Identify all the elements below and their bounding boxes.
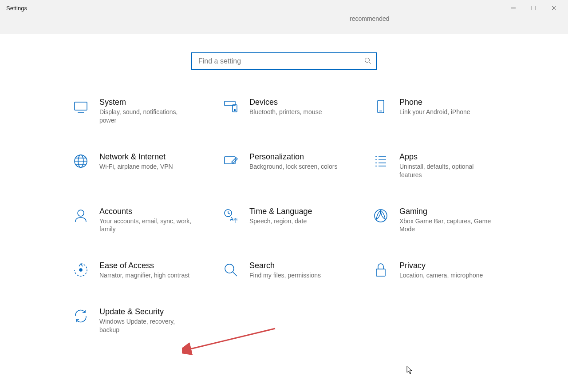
svg-line-30 xyxy=(228,213,230,214)
tile-desc: Bluetooth, printers, mouse xyxy=(249,108,322,116)
tile-title: Apps xyxy=(399,152,493,162)
tile-privacy[interactable]: Privacy Location, camera, microphone xyxy=(372,261,522,280)
tile-update-security[interactable]: Update & Security Windows Update, recove… xyxy=(72,307,222,334)
tile-title: Personalization xyxy=(249,152,337,162)
tile-desc: Location, camera, microphone xyxy=(399,271,483,280)
time-language-icon: A字 xyxy=(222,207,240,225)
tile-desc: Uninstall, defaults, optional features xyxy=(399,162,493,179)
tile-desc: Find my files, permissions xyxy=(249,271,321,280)
settings-grid: System Display, sound, notifications, po… xyxy=(72,98,525,334)
tile-time-language[interactable]: A字 Time & Language Speech, region, date xyxy=(222,207,372,234)
tile-desc: Speech, region, date xyxy=(249,217,312,226)
svg-point-34 xyxy=(79,269,82,271)
update-icon xyxy=(72,307,90,325)
tile-gaming[interactable]: Gaming Xbox Game Bar, captures, Game Mod… xyxy=(372,207,522,234)
tile-title: Ease of Access xyxy=(99,261,189,270)
window-title: Settings xyxy=(6,5,27,12)
tile-desc: Background, lock screen, colors xyxy=(249,162,337,171)
search-input[interactable] xyxy=(198,57,364,65)
system-icon xyxy=(72,98,90,115)
tile-title: Update & Security xyxy=(99,307,193,317)
window-controls xyxy=(503,1,564,15)
svg-point-27 xyxy=(78,210,84,216)
svg-point-35 xyxy=(225,264,234,273)
tile-system[interactable]: System Display, sound, notifications, po… xyxy=(72,98,222,125)
tile-desc: Xbox Game Bar, captures, Game Mode xyxy=(399,217,493,234)
tile-desc: Display, sound, notifications, power xyxy=(99,108,193,125)
minimize-button[interactable] xyxy=(503,1,524,15)
tile-title: System xyxy=(99,98,193,107)
mouse-cursor xyxy=(406,366,414,377)
titlebar: Settings xyxy=(0,0,568,16)
content-area: System Display, sound, notifications, po… xyxy=(0,34,568,334)
phone-icon xyxy=(372,98,390,115)
svg-line-36 xyxy=(233,272,237,276)
tile-title: Search xyxy=(249,261,321,270)
tile-ease-of-access[interactable]: Ease of Access Narrator, magnifier, high… xyxy=(72,261,222,280)
tile-desc: Your accounts, email, sync, work, family xyxy=(99,217,193,234)
tile-apps[interactable]: Apps Uninstall, defaults, optional featu… xyxy=(372,152,522,179)
personalization-icon xyxy=(222,152,240,170)
tile-network[interactable]: Network & Internet Wi-Fi, airplane mode,… xyxy=(72,152,222,179)
svg-rect-1 xyxy=(532,6,536,10)
tile-title: Privacy xyxy=(399,261,483,270)
recommended-text: recommended xyxy=(350,15,390,22)
tile-title: Time & Language xyxy=(249,207,312,216)
maximize-button[interactable] xyxy=(524,1,544,15)
tile-desc: Windows Update, recovery, backup xyxy=(99,317,193,334)
devices-icon xyxy=(222,98,240,115)
svg-rect-37 xyxy=(376,269,385,276)
tile-title: Phone xyxy=(399,98,470,107)
svg-text:A: A xyxy=(230,216,233,222)
close-button[interactable] xyxy=(544,1,564,15)
apps-icon xyxy=(372,152,390,170)
svg-line-5 xyxy=(369,62,371,64)
tile-desc: Wi-Fi, airplane mode, VPN xyxy=(99,162,173,171)
search-box[interactable] xyxy=(191,52,377,70)
tile-search[interactable]: Search Find my files, permissions xyxy=(222,261,372,280)
header-strip: recommended xyxy=(0,16,568,34)
globe-icon xyxy=(72,152,90,170)
accounts-icon xyxy=(72,207,90,225)
tile-title: Gaming xyxy=(399,207,493,216)
svg-text:字: 字 xyxy=(233,218,238,223)
search-icon xyxy=(364,57,371,66)
svg-point-4 xyxy=(365,58,370,62)
tile-devices[interactable]: Devices Bluetooth, printers, mouse xyxy=(222,98,372,125)
tile-title: Accounts xyxy=(99,207,193,216)
search-tile-icon xyxy=(222,261,240,279)
svg-rect-6 xyxy=(75,102,87,110)
privacy-icon xyxy=(372,261,390,279)
ease-of-access-icon xyxy=(72,261,90,279)
tile-title: Devices xyxy=(249,98,322,107)
tile-desc: Narrator, magnifier, high contrast xyxy=(99,271,189,280)
tile-personalization[interactable]: Personalization Background, lock screen,… xyxy=(222,152,372,179)
tile-desc: Link your Android, iPhone xyxy=(399,108,470,116)
tile-phone[interactable]: Phone Link your Android, iPhone xyxy=(372,98,522,125)
tile-accounts[interactable]: Accounts Your accounts, email, sync, wor… xyxy=(72,207,222,234)
tile-title: Network & Internet xyxy=(99,152,173,162)
svg-point-10 xyxy=(234,110,236,111)
gaming-icon xyxy=(372,207,390,225)
